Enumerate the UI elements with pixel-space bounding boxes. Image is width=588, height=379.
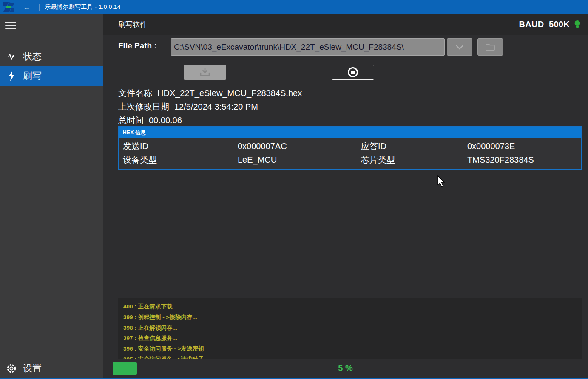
file-name-label: 文件名称 bbox=[118, 88, 152, 98]
maximize-icon bbox=[557, 5, 561, 9]
stop-icon bbox=[347, 67, 358, 78]
page-title: 刷写软件 bbox=[118, 20, 147, 29]
hex-info-header: HEX 信息 bbox=[119, 127, 581, 138]
modified-date-value: 12/5/2024 3:54:20 PM bbox=[174, 102, 258, 111]
progress-bar: 5 % bbox=[103, 359, 588, 378]
file-path-label: File Path : bbox=[118, 41, 157, 51]
hamburger-menu-button[interactable] bbox=[0, 14, 103, 35]
chevron-down-icon bbox=[455, 45, 464, 50]
file-info: 文件名称HDX_22T_eSlew_MCU_F28384S.hex 上次修改日期… bbox=[118, 86, 302, 127]
sidebar: 状态 刷写 设置 bbox=[0, 14, 103, 378]
response-id-label: 应答ID bbox=[361, 139, 467, 153]
file-path-dropdown-button[interactable] bbox=[447, 38, 472, 56]
file-name-row: 文件名称HDX_22T_eSlew_MCU_F28384S.hex bbox=[118, 86, 302, 100]
minimize-icon bbox=[537, 5, 542, 9]
sidebar-item-status[interactable]: 状态 bbox=[0, 47, 103, 66]
progress-percent-label: 5 % bbox=[103, 363, 588, 373]
total-time-value: 00:00:06 bbox=[149, 116, 182, 125]
back-icon[interactable]: ← bbox=[23, 3, 31, 11]
send-id-label: 发送ID bbox=[123, 139, 238, 153]
folder-icon bbox=[485, 43, 495, 51]
mouse-cursor bbox=[437, 175, 446, 188]
hex-info-row: 设备类型 LeE_MCU 芯片类型 TMS320F28384S bbox=[119, 153, 581, 167]
sidebar-item-label: 设置 bbox=[23, 362, 42, 375]
log-line: 395 : 安全访问服务 - >请求种子 bbox=[123, 354, 577, 359]
log-line: 398 : 正在解锁闪存... bbox=[123, 323, 577, 334]
lightning-icon bbox=[6, 71, 17, 82]
close-icon bbox=[576, 5, 581, 9]
modified-date-row: 上次修改日期12/5/2024 3:54:20 PM bbox=[118, 100, 302, 113]
response-id-value: 0x0000073E bbox=[467, 139, 581, 153]
app-logo-icon bbox=[3, 2, 15, 13]
download-icon bbox=[199, 67, 210, 77]
close-button[interactable] bbox=[568, 0, 588, 14]
device-type-value: LeE_MCU bbox=[238, 153, 361, 167]
device-type-label: 设备类型 bbox=[123, 153, 238, 167]
download-flash-button[interactable] bbox=[184, 65, 226, 80]
hex-info-row: 发送ID 0x000007AC 应答ID 0x0000073E bbox=[119, 139, 581, 153]
sidebar-item-flash[interactable]: 刷写 bbox=[0, 66, 103, 86]
log-line: 397 : 检查信息服务... bbox=[123, 333, 577, 344]
baud-rate-label: BAUD_500K bbox=[519, 20, 570, 29]
send-id-value: 0x000007AC bbox=[238, 139, 361, 153]
log-line: 399 : 例程控制 - >擦除内存... bbox=[123, 312, 577, 323]
modified-date-label: 上次修改日期 bbox=[118, 102, 169, 111]
maximize-button[interactable] bbox=[549, 0, 568, 14]
window-title: 乐晟博尔刷写工具 - 1.0.0.14 bbox=[45, 3, 121, 11]
main-panel: 刷写软件 BAUD_500K File Path : bbox=[103, 14, 588, 378]
log-output[interactable]: 400 : 正在请求下载... 399 : 例程控制 - >擦除内存... 39… bbox=[118, 298, 582, 359]
gear-icon bbox=[6, 363, 17, 374]
hex-info-panel: HEX 信息 发送ID 0x000007AC 应答ID 0x0000073E 设… bbox=[118, 126, 582, 170]
main-header: 刷写软件 BAUD_500K bbox=[103, 14, 588, 35]
file-path-row: File Path : bbox=[103, 38, 588, 56]
file-path-input[interactable] bbox=[171, 38, 445, 56]
bulb-status-icon bbox=[574, 20, 581, 30]
sidebar-item-label: 状态 bbox=[23, 50, 42, 63]
log-line: 396 : 安全访问服务 - >发送密钥 bbox=[123, 344, 577, 354]
sidebar-item-settings[interactable]: 设置 bbox=[0, 359, 103, 378]
sidebar-item-label: 刷写 bbox=[23, 70, 42, 82]
stop-button[interactable] bbox=[332, 65, 374, 80]
minimize-button[interactable] bbox=[529, 0, 549, 14]
total-time-label: 总时间 bbox=[118, 116, 144, 125]
file-name-value: HDX_22T_eSlew_MCU_F28384S.hex bbox=[157, 88, 302, 98]
chip-type-value: TMS320F28384S bbox=[467, 153, 581, 167]
titlebar: ← 乐晟博尔刷写工具 - 1.0.0.14 bbox=[0, 0, 588, 14]
log-line: 400 : 正在请求下载... bbox=[123, 302, 577, 312]
chip-type-label: 芯片类型 bbox=[361, 153, 467, 167]
titlebar-divider bbox=[39, 4, 40, 11]
browse-folder-button[interactable] bbox=[477, 38, 503, 56]
pulse-icon bbox=[6, 51, 17, 62]
total-time-row: 总时间00:00:06 bbox=[118, 113, 302, 127]
